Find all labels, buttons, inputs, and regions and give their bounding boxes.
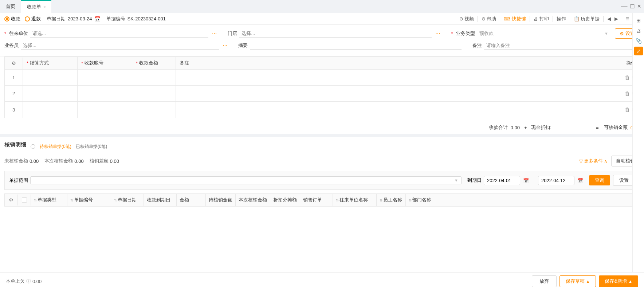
- th-settle: * 结算方式: [23, 57, 78, 69]
- radio-receive[interactable]: 收款: [4, 16, 20, 22]
- row2-settle[interactable]: [23, 86, 78, 101]
- partner-input[interactable]: [30, 30, 208, 38]
- table-settings-icon[interactable]: ⚙: [5, 58, 23, 69]
- summary-discount-input[interactable]: [554, 124, 591, 131]
- shortcut-btn[interactable]: ⌨ 快捷键: [504, 16, 526, 22]
- bt-date-sort-icon[interactable]: ⇅: [114, 198, 117, 202]
- row3-account[interactable]: [78, 102, 132, 118]
- summary-plus: +: [524, 125, 527, 130]
- row3-settle[interactable]: [23, 102, 78, 118]
- divider2: [500, 16, 500, 22]
- row3-amount-input[interactable]: [136, 107, 172, 113]
- sidebar-table-icon[interactable]: ⊞: [634, 16, 643, 25]
- bill-num-value[interactable]: SK-20230324-001: [127, 16, 166, 21]
- th-account: * 收款账号: [78, 57, 132, 69]
- row2-remark[interactable]: [176, 86, 610, 101]
- row1-settle-input[interactable]: [27, 75, 74, 80]
- table-row: 3 🗑 ⧉: [5, 102, 639, 118]
- bt-from-sort-icon[interactable]: ⇅: [336, 198, 339, 202]
- sidebar-expand-icon[interactable]: ⤢: [634, 47, 643, 55]
- done-tab-link[interactable]: 已核销单据(0笔): [76, 144, 107, 150]
- save-new-btn[interactable]: 保存&新增 ▲: [599, 275, 638, 287]
- sidebar-print-icon[interactable]: 🖨: [634, 26, 643, 35]
- bill-date-value[interactable]: 2023-03-24: [68, 16, 92, 21]
- row1-amount[interactable]: [132, 70, 176, 85]
- row1-amount-input[interactable]: [136, 75, 172, 80]
- row3-amount[interactable]: [132, 102, 176, 118]
- filter-settings-btn[interactable]: 设置: [613, 175, 635, 186]
- duedate-from-input[interactable]: [484, 176, 520, 185]
- remark-input[interactable]: [484, 42, 640, 50]
- calendar-icon[interactable]: 📅: [94, 16, 101, 22]
- duedate-to-input[interactable]: [538, 176, 574, 185]
- save-draft-btn[interactable]: 保存草稿 ▲: [559, 275, 596, 287]
- store-more-btn[interactable]: ···: [435, 30, 440, 37]
- discard-btn[interactable]: 放弃: [532, 275, 557, 287]
- row1-remark[interactable]: [176, 70, 610, 85]
- summary-input[interactable]: [250, 42, 461, 50]
- row1-account-input[interactable]: [81, 75, 128, 80]
- partner-more-btn[interactable]: ···: [212, 30, 217, 37]
- more-conditions-btn[interactable]: ▽ 更多条件 ∧: [579, 158, 608, 164]
- ops-btn[interactable]: 操作: [557, 16, 566, 22]
- duedate-to-calendar-icon[interactable]: 📅: [577, 178, 583, 183]
- row2-settle-input[interactable]: [27, 91, 74, 96]
- row1-remark-input[interactable]: [180, 75, 606, 80]
- row2-account[interactable]: [78, 86, 132, 101]
- salesman-input[interactable]: [21, 42, 219, 50]
- radio-refund[interactable]: 退款: [25, 16, 41, 22]
- bt-staff-sort-icon[interactable]: ⇅: [380, 198, 382, 202]
- biz-type-select[interactable]: 预收款 ▼: [477, 29, 610, 38]
- row2-delete-icon[interactable]: 🗑: [625, 91, 630, 97]
- bt-num-sort-icon[interactable]: ⇅: [70, 198, 73, 202]
- row1-delete-icon[interactable]: 🗑: [625, 75, 630, 81]
- current-writeoff-stat: 本次核销金额 0.00: [44, 158, 83, 164]
- nav-prev-btn[interactable]: ◀: [607, 16, 611, 21]
- store-field: 门店 ···: [228, 30, 440, 38]
- store-input[interactable]: [239, 30, 432, 38]
- row3-account-input[interactable]: [81, 107, 128, 113]
- view-list-btn[interactable]: ≡: [626, 16, 629, 22]
- tab-home[interactable]: 首页: [0, 0, 21, 13]
- row3-remark[interactable]: [176, 102, 610, 118]
- nav-next-btn[interactable]: ▶: [614, 16, 618, 21]
- print-btn[interactable]: 🖨 打印: [534, 16, 549, 22]
- window-minimize-icon[interactable]: —: [621, 3, 628, 10]
- duedate-from-calendar-icon[interactable]: 📅: [523, 178, 529, 183]
- row1-account[interactable]: [78, 70, 132, 85]
- history-btn[interactable]: 📋 历史单据: [574, 16, 600, 22]
- row3-settle-input[interactable]: [27, 107, 74, 113]
- row1-settle[interactable]: [23, 70, 78, 85]
- window-maximize-icon[interactable]: □: [631, 3, 635, 10]
- writeoff-filter-row: 单据范围 ▼ 到期日 📅 — 📅 查询 设置: [4, 171, 640, 190]
- writeoff-info-icon[interactable]: ⓘ: [31, 144, 35, 150]
- bt-dept-sort-icon[interactable]: ⇅: [409, 198, 412, 202]
- row2-remark-input[interactable]: [180, 91, 606, 96]
- bt-dept-col: ⇅ 部门名称: [406, 194, 435, 206]
- salesman-more-btn[interactable]: ···: [223, 42, 227, 49]
- row3-delete-icon[interactable]: 🗑: [625, 107, 630, 113]
- bt-type-sort-icon[interactable]: ⇅: [34, 198, 37, 202]
- help-btn[interactable]: ⊙ 帮助: [482, 16, 496, 22]
- range-select[interactable]: ▼: [30, 176, 462, 184]
- video-btn[interactable]: ⊙ 视频: [459, 16, 474, 22]
- tab-home-label: 首页: [6, 3, 15, 10]
- diff-stat: 核销差额 0.00: [90, 158, 119, 164]
- bt-settings-col[interactable]: ⚙: [5, 195, 18, 205]
- pending-tab-link[interactable]: 待核销单据(0笔): [40, 144, 71, 150]
- tab-receipts[interactable]: 收款单 ×: [21, 0, 51, 13]
- bt-header-checkbox[interactable]: [22, 197, 27, 203]
- row2-account-input[interactable]: [81, 91, 128, 96]
- remark-label: 备注: [472, 42, 482, 49]
- sidebar-attach-icon[interactable]: 📎: [634, 36, 643, 45]
- row3-remark-input[interactable]: [180, 107, 606, 113]
- row2-amount[interactable]: [132, 86, 176, 101]
- bt-current-label: 本次核销金额: [239, 197, 267, 203]
- tab-close-icon[interactable]: ×: [43, 5, 46, 9]
- summary-total-value: 0.00: [511, 125, 520, 130]
- row2-amount-input[interactable]: [136, 91, 172, 96]
- bill-num-label: 单据编号: [106, 16, 125, 22]
- window-close-icon[interactable]: ×: [637, 3, 641, 10]
- th-settle-label: 结算方式: [30, 60, 49, 66]
- query-btn[interactable]: 查询: [589, 175, 610, 185]
